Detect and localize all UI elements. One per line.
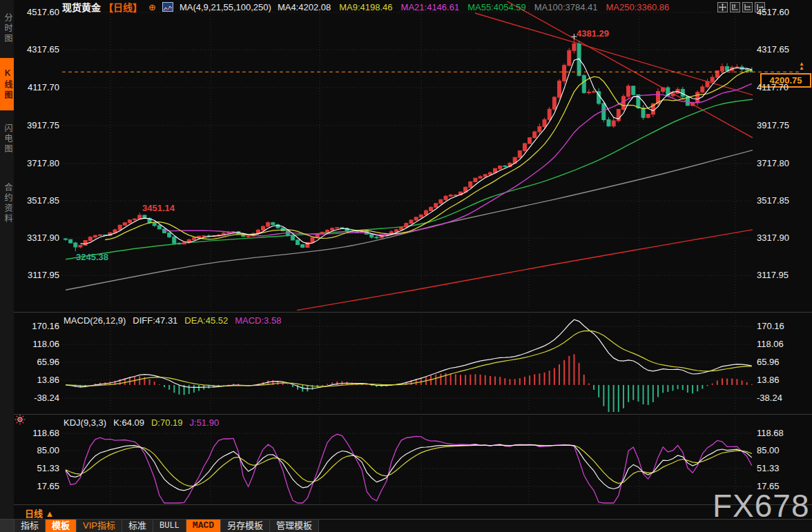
period-selector[interactable]: 日线 ▲ <box>25 506 54 520</box>
macd-diff-value: DIFF:47.31 <box>133 315 177 326</box>
main-axis-label-right: 3317.90 <box>757 233 794 242</box>
watermark: FX678 <box>713 487 810 524</box>
main-axis-label-right: 4117.70 <box>757 83 794 92</box>
trading-app-window: 分时图K线图闪电图合约资料 现货黄金 【日线】 ⊕ MA(4,9,21,55,1… <box>0 0 812 532</box>
macd-axis-label-right: 13.86 <box>757 375 794 384</box>
ma-params-label: MA(4,9,21,55,100,250) <box>180 2 271 12</box>
macd-axis-label-right: 65.96 <box>757 357 794 366</box>
annotation-swing-low: 3245.38 <box>76 252 108 262</box>
link-circle-plus-icon[interactable]: ⊕ <box>148 3 156 12</box>
main-axis-label-left: 3917.75 <box>22 121 59 130</box>
kdj-axis-label-right: 17.65 <box>757 482 794 491</box>
kdj-axis-label-left: 85.00 <box>22 446 59 455</box>
kdj-j-value: J:51.90 <box>190 417 220 428</box>
ma-value-chip: MA55:4054.59 <box>467 2 526 12</box>
kdj-axis-label-left: 17.65 <box>22 482 59 491</box>
main-axis-label-right: 3717.80 <box>757 159 794 168</box>
pan-move-icon[interactable] <box>717 2 728 12</box>
ma-value-chip: MA9:4198.46 <box>339 2 392 12</box>
main-axis-label-left: 3517.85 <box>22 196 59 205</box>
sidebar-item-4[interactable]: 合约资料 <box>0 170 14 237</box>
chart-header: 现货黄金 【日线】 ⊕ MA(4,9,21,55,100,250) MA4:42… <box>62 1 669 12</box>
kdj-d-value: D:70.19 <box>151 417 183 428</box>
indicator-sun-icon[interactable] <box>14 414 26 425</box>
macd-axis-label-left: 13.86 <box>22 375 59 384</box>
ma-value-chip: MA4:4202.08 <box>278 2 331 12</box>
macd-title: MACD(26,12,9) <box>64 315 126 326</box>
main-axis-label-left: 3317.90 <box>22 233 59 242</box>
macd-axis-label-left: 170.16 <box>22 322 59 331</box>
macd-axis-label-right: -38.24 <box>757 393 794 402</box>
main-axis-label-left: 3117.95 <box>22 270 59 279</box>
annotation-peak-price: 4381.29 <box>577 28 609 39</box>
macd-dea-value: DEA:45.52 <box>184 315 228 326</box>
bottom-tab-bar: 指标模板VIP指标标准BULLMACD另存模板管理模板 <box>0 519 812 532</box>
kdj-axis-label-right: 51.33 <box>757 464 794 473</box>
kdj-axis-label-left: 118.68 <box>22 428 59 437</box>
ma-value-chip: MA21:4146.61 <box>401 2 460 12</box>
main-axis-label-right: 3917.75 <box>757 121 794 130</box>
ma-value-chip: MA100:3784.41 <box>534 2 598 12</box>
annotation-swing-high: 3451.14 <box>142 203 175 213</box>
kdj-axis-label-left: 51.33 <box>22 464 59 473</box>
symbol-name: 现货黄金 <box>62 0 101 14</box>
kdj-axis-label-right: 118.68 <box>757 428 794 437</box>
main-axis-label-left: 3717.80 <box>22 159 59 168</box>
main-axis-label-left: 4317.65 <box>22 45 59 54</box>
macd-axis-label-left: -38.24 <box>22 393 59 402</box>
macd-header: MACD(26,12,9) DIFF:47.31 DEA:45.52 MACD:… <box>64 315 281 326</box>
kdj-header: KDJ(9,3,3) K:64.09 D:70.19 J:51.90 <box>64 417 219 428</box>
kdj-axis-label-right: 85.00 <box>757 446 794 455</box>
tab-VIP指标[interactable]: VIP指标 <box>77 520 122 532</box>
main-axis-label-right: 4517.60 <box>757 8 794 17</box>
main-axis-label-left: 4517.60 <box>22 8 59 17</box>
main-axis-label-right: 3517.85 <box>757 196 794 205</box>
macd-axis-label-left: 65.96 <box>22 357 59 366</box>
main-axis-label-right: 4317.65 <box>757 45 794 54</box>
tab-管理模板[interactable]: 管理模板 <box>270 520 319 532</box>
sidebar-item-2[interactable]: K线图 <box>0 58 14 110</box>
macd-axis-label-left: 118.06 <box>22 339 59 348</box>
macd-macd-value: MACD:3.58 <box>235 315 281 326</box>
zoom-x-axis-icon[interactable] <box>742 2 753 12</box>
zoom-y-axis-icon[interactable] <box>730 2 740 12</box>
period-badge[interactable]: 【日线】 <box>104 0 142 14</box>
macd-axis-label-right: 170.16 <box>757 322 794 331</box>
kdj-k-value: K:64.09 <box>113 417 144 428</box>
price-up-arrow-icon: ▲▲ <box>799 62 804 70</box>
tab-指标[interactable]: 指标 <box>14 520 46 532</box>
tab-标准[interactable]: 标准 <box>122 520 153 532</box>
tab-BULL[interactable]: BULL <box>153 520 186 532</box>
macd-axis-label-right: 118.06 <box>757 339 794 348</box>
tab-模板[interactable]: 模板 <box>46 520 77 532</box>
tab-MACD[interactable]: MACD <box>186 520 221 532</box>
mini-line-chart-icon[interactable] <box>162 2 173 12</box>
sidebar-item-3[interactable]: 闪电图 <box>0 113 14 164</box>
sidebar-item-1[interactable]: 分时图 <box>0 3 14 54</box>
ma-value-chip: MA250:3360.86 <box>606 2 670 12</box>
chart-type-sidebar: 分时图K线图闪电图合约资料 <box>0 0 14 519</box>
tabbar-corner <box>0 520 14 532</box>
kdj-title: KDJ(9,3,3) <box>64 417 106 428</box>
chart-canvas[interactable] <box>0 0 812 532</box>
ma-values: MA4:4202.08MA9:4198.46MA21:4146.61MA55:4… <box>278 2 669 12</box>
tab-另存模板[interactable]: 另存模板 <box>221 520 270 532</box>
time-axis-row: 2025/062025/072025/082025/092025/102025/… <box>0 505 812 518</box>
main-axis-label-right: 3117.95 <box>757 270 794 279</box>
main-axis-label-left: 4117.70 <box>22 83 59 92</box>
